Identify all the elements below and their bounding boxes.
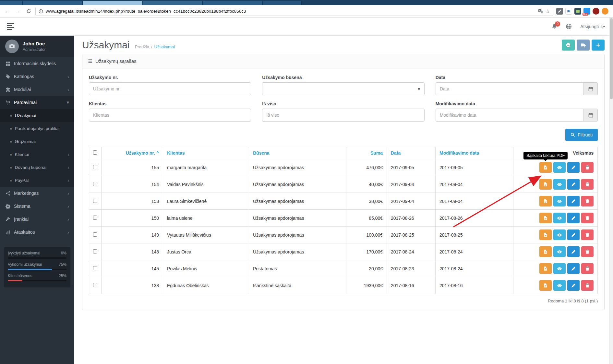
browser-tab-active[interactable] bbox=[83, 1, 143, 5]
filter-order-nr-input[interactable] bbox=[89, 82, 251, 95]
url-bar[interactable]: www.agregatai.lt/siteadmin14/index.php?r… bbox=[35, 7, 553, 16]
delete-order-button[interactable] bbox=[581, 263, 594, 274]
language-globe-icon[interactable] bbox=[566, 23, 572, 29]
sidebar-item-modules[interactable]: Moduliai › bbox=[0, 83, 74, 96]
invoice-pdf-button[interactable] bbox=[539, 196, 552, 206]
edit-order-button[interactable] bbox=[567, 280, 580, 291]
sidebar-item-recurring-profiles[interactable]: » Pasikartojantys profiliai bbox=[0, 122, 74, 135]
sidebar-item-sales[interactable]: Pardavimai ▾ bbox=[0, 96, 74, 109]
sidebar-item-marketing[interactable]: Marketingas › bbox=[0, 187, 74, 200]
invoice-pdf-button[interactable] bbox=[539, 213, 552, 223]
row-checkbox[interactable] bbox=[93, 283, 97, 287]
browser-tab[interactable] bbox=[0, 1, 23, 5]
sort-order-nr-link[interactable]: Užsakymo nr. bbox=[126, 150, 155, 156]
screen-capture-extension-icon[interactable] bbox=[574, 8, 581, 15]
date-picker-button[interactable] bbox=[583, 109, 598, 122]
invoice-pdf-button[interactable] bbox=[539, 246, 552, 257]
edit-order-button[interactable] bbox=[567, 162, 580, 173]
delete-order-button[interactable] bbox=[581, 229, 594, 240]
bookmark-star-icon[interactable]: ☆ bbox=[546, 8, 550, 14]
browser-tab[interactable] bbox=[23, 1, 83, 5]
sidebar-item-catalog[interactable]: Katalogas › bbox=[0, 70, 74, 83]
view-order-button[interactable] bbox=[553, 263, 566, 274]
delete-order-button[interactable] bbox=[581, 280, 594, 291]
logout-button[interactable]: Atsijungti bbox=[580, 24, 606, 29]
edit-order-button[interactable] bbox=[567, 213, 580, 223]
delete-order-button[interactable] bbox=[581, 196, 594, 206]
date-picker-button[interactable] bbox=[583, 82, 598, 95]
sort-status-link[interactable]: Būsena bbox=[253, 150, 270, 156]
sidebar-item-orders[interactable]: » Užsakymai bbox=[0, 109, 74, 122]
select-all-checkbox[interactable] bbox=[93, 150, 97, 155]
sidebar-item-reports[interactable]: Ataskaitos › bbox=[0, 226, 74, 239]
filter-total-input[interactable] bbox=[262, 109, 424, 122]
sidebar-item-customers[interactable]: » Klientai › bbox=[0, 148, 74, 161]
eyedropper-extension-icon[interactable] bbox=[556, 8, 563, 15]
breadcrumb-current[interactable]: Užsakymai bbox=[154, 44, 175, 49]
view-order-button[interactable] bbox=[553, 162, 566, 173]
row-checkbox[interactable] bbox=[93, 249, 97, 253]
invoice-pdf-button[interactable] bbox=[539, 263, 552, 274]
breadcrumb-home[interactable]: Pradžia bbox=[135, 44, 149, 49]
edit-order-button[interactable] bbox=[567, 229, 580, 240]
browser-scrollbar[interactable] bbox=[609, 18, 613, 364]
delete-order-button[interactable] bbox=[581, 162, 594, 173]
url-text[interactable]: www.agregatai.lt/siteadmin14/index.php?r… bbox=[46, 9, 535, 14]
row-checkbox[interactable] bbox=[93, 182, 97, 186]
filter-button[interactable]: Filtruoti bbox=[565, 129, 598, 141]
sort-date-link[interactable]: Data bbox=[391, 150, 401, 156]
filter-date-input[interactable] bbox=[436, 82, 583, 95]
edit-order-button[interactable] bbox=[567, 246, 580, 257]
add-order-button[interactable] bbox=[592, 40, 605, 51]
browser-tab[interactable] bbox=[263, 1, 302, 5]
forward-button[interactable]: → bbox=[14, 7, 22, 15]
invoice-print-button[interactable] bbox=[562, 40, 575, 51]
delete-order-button[interactable] bbox=[581, 213, 594, 223]
filter-modified-input[interactable] bbox=[436, 109, 583, 122]
menu-toggle-icon[interactable] bbox=[7, 22, 14, 31]
browser-tab[interactable] bbox=[143, 1, 203, 5]
notifications-button[interactable]: 0 bbox=[551, 24, 557, 29]
row-checkbox[interactable] bbox=[93, 266, 97, 270]
sort-customer-link[interactable]: Klientas bbox=[167, 150, 185, 156]
page-info-icon[interactable] bbox=[39, 9, 43, 14]
sidebar-item-returns[interactable]: » Grąžinimai bbox=[0, 135, 74, 148]
invoice-pdf-button[interactable] bbox=[539, 280, 552, 291]
invoice-pdf-button[interactable] bbox=[539, 162, 552, 173]
sidebar-item-gift-vouchers[interactable]: » Dovanų kuponai › bbox=[0, 161, 74, 174]
invoice-pdf-button[interactable] bbox=[539, 179, 552, 190]
browser-tab[interactable] bbox=[203, 1, 263, 5]
view-order-button[interactable] bbox=[553, 196, 566, 206]
sort-total-link[interactable]: Suma bbox=[370, 150, 383, 156]
delete-order-button[interactable] bbox=[581, 179, 594, 190]
sidebar-item-dashboard[interactable]: Informacinis skydelis bbox=[0, 57, 74, 70]
edit-order-button[interactable] bbox=[567, 179, 580, 190]
view-order-button[interactable] bbox=[553, 229, 566, 240]
invoice-pdf-button[interactable] bbox=[539, 229, 552, 240]
ip-extension-icon[interactable]: IP, bbox=[565, 8, 572, 15]
row-checkbox[interactable] bbox=[93, 232, 97, 237]
adblock-extension-icon[interactable] bbox=[593, 8, 599, 15]
view-order-button[interactable] bbox=[553, 179, 566, 190]
sidebar-item-paypal[interactable]: » PayPal › bbox=[0, 174, 74, 187]
back-button[interactable]: ← bbox=[3, 7, 11, 15]
row-checkbox[interactable] bbox=[93, 216, 97, 220]
refresh-button[interactable] bbox=[25, 7, 32, 15]
avatar[interactable] bbox=[5, 40, 19, 53]
row-checkbox[interactable] bbox=[93, 199, 97, 203]
filter-status-select[interactable]: ▾ bbox=[262, 82, 424, 95]
sidebar-item-system[interactable]: Sistema › bbox=[0, 200, 74, 213]
shipping-list-button[interactable] bbox=[577, 40, 590, 51]
translate-icon[interactable] bbox=[538, 9, 543, 14]
sidebar-item-tools[interactable]: Įrankiai › bbox=[0, 213, 74, 226]
scrollbar-thumb[interactable] bbox=[610, 18, 613, 99]
sort-modified-link[interactable]: Modifikavimo data bbox=[439, 150, 479, 156]
edit-order-button[interactable] bbox=[567, 196, 580, 206]
delete-order-button[interactable] bbox=[581, 246, 594, 257]
view-order-button[interactable] bbox=[553, 280, 566, 291]
view-order-button[interactable] bbox=[553, 246, 566, 257]
edit-order-button[interactable] bbox=[567, 263, 580, 274]
row-checkbox[interactable] bbox=[93, 165, 97, 169]
filter-customer-input[interactable] bbox=[89, 109, 251, 122]
view-order-button[interactable] bbox=[553, 213, 566, 223]
